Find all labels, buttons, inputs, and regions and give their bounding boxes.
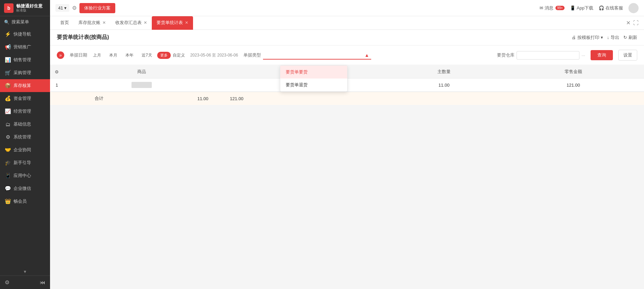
messages-action[interactable]: ✉ 消息 99+ (540, 5, 565, 11)
refresh-action[interactable]: ↻ 刷新 (623, 35, 637, 41)
this-year-btn[interactable]: 本年 (122, 51, 137, 60)
nav-item-guide[interactable]: 🎓 新手引导 (0, 156, 50, 169)
filter-expand-button[interactable]: » (57, 51, 64, 59)
last-7-days-btn[interactable]: 近7天 (139, 51, 155, 60)
member-icon: 👑 (5, 198, 11, 204)
search-menu-item[interactable]: 🔍 搜索菜单 (0, 16, 50, 28)
date-display: 2023-05-06 至 2023-06-06 (190, 52, 238, 58)
nav-item-marketing[interactable]: 📢 营销推广 (0, 41, 50, 53)
tab-fullscreen-icon[interactable]: ⛶ (633, 20, 639, 26)
collab-icon: 🤝 (5, 147, 11, 153)
query-button[interactable]: 查询 (591, 50, 613, 60)
topbar: 41 ▾ ⚙ 体验行业方案 ✉ 消息 99+ 📱 App下载 🎧 在线客服 (50, 0, 644, 16)
col-retail-amount: 零售金额 (503, 65, 644, 79)
nav-item-purchase[interactable]: 🛒 采购管理 (0, 66, 50, 79)
nav-list: ⚡ 快捷导航 📢 营销推广 📊 销售管理 🛒 采购管理 📦 库存核算 💰 资金管… (0, 28, 50, 268)
refresh-label: 刷新 (628, 35, 637, 41)
online-service-action[interactable]: 🎧 在线客服 (599, 5, 623, 11)
page-content: 要货单统计表(按商品) 🖨 按模板打印 ▾ ↓ 导出 ↻ 刷新 » (50, 30, 644, 289)
page-actions: 🖨 按模板打印 ▾ ↓ 导出 ↻ 刷新 (572, 35, 638, 41)
service-icon: 🎧 (599, 5, 604, 10)
app-download-icon: 📱 (570, 5, 575, 10)
type-select-input[interactable] (263, 51, 371, 60)
store-name: 41 (58, 5, 63, 10)
nav-item-apps[interactable]: 📱 应用中心 (0, 169, 50, 182)
col-settings[interactable]: ⚙ (50, 65, 64, 79)
business-icon: 📈 (5, 108, 11, 114)
nav-item-inventory[interactable]: 📦 库存核算 (0, 79, 50, 92)
tab-stock-summary-label: 收发存汇总表 (115, 20, 142, 26)
table-footer: 合计 11.00 121.00 (50, 92, 644, 105)
print-action[interactable]: 🖨 按模板打印 ▾ (572, 35, 603, 41)
print-label: 按模板打印 (577, 35, 599, 41)
tab-order-stats-label: 要货单统计表 (157, 20, 183, 26)
nav-item-collab[interactable]: 🤝 企业协同 (0, 143, 50, 156)
dropdown-item-order[interactable]: 要货单要货 (280, 66, 347, 79)
nav-item-business[interactable]: 📈 经营管理 (0, 105, 50, 118)
type-dropdown: 要货单要货 要货单退货 (280, 65, 348, 92)
settings-bottom-icon[interactable]: ⚙ (5, 279, 9, 286)
warehouse-filter-group: 要货仓库 ··· (497, 51, 585, 60)
app-download-label: App下载 (577, 5, 593, 11)
more-dates-btn[interactable]: 更多 (157, 52, 171, 59)
tab-close-order-stats[interactable]: ✕ (185, 20, 188, 25)
trial-button[interactable]: 体验行业方案 (79, 3, 115, 13)
nav-item-finance[interactable]: 💰 资金管理 (0, 92, 50, 105)
app-download-action[interactable]: 📱 App下载 (570, 5, 593, 11)
sidebar-scroll-down[interactable]: ▼ (0, 268, 50, 275)
print-icon: 🖨 (572, 35, 576, 40)
messages-badge: 99+ (555, 6, 565, 10)
nav-item-system[interactable]: ⚙ 系统管理 (0, 131, 50, 143)
this-month-btn[interactable]: 本月 (106, 51, 120, 60)
tabbar: 首页 库存批次账 ✕ 收发存汇总表 ✕ 要货单统计表 ✕ ✕ ⛶ (50, 16, 644, 30)
dropdown-item-return[interactable]: 要货单退货 (280, 79, 347, 91)
topbar-right: ✉ 消息 99+ 📱 App下载 🎧 在线客服 (540, 3, 639, 13)
tab-close-inventory-batch[interactable]: ✕ (102, 20, 106, 25)
warehouse-filter-label: 要货仓库 (497, 52, 515, 58)
footer-quantity-value: 11.00 (189, 96, 216, 101)
topbar-settings-icon[interactable]: ⚙ (72, 5, 77, 11)
col-quantity: 主数量 (385, 65, 503, 79)
export-label: 导出 (611, 35, 619, 41)
date-filter-label: 单据日期 (70, 52, 87, 58)
quick-icon: ⚡ (5, 31, 11, 37)
nav-item-sales[interactable]: 📊 销售管理 (0, 53, 50, 66)
store-selector[interactable]: 41 ▾ (55, 4, 69, 12)
collapse-icon[interactable]: ⏮ (40, 280, 45, 286)
apps-icon: 📱 (5, 173, 11, 179)
dropdown-arrow-icon: ▾ (64, 5, 67, 10)
nav-item-member[interactable]: 👑 畅会员 (0, 195, 50, 208)
settings-button[interactable]: 设置 (618, 50, 637, 61)
wechat-icon: 💬 (5, 185, 11, 192)
warehouse-input[interactable] (517, 51, 579, 60)
col-goods: 商品 (64, 65, 220, 79)
nav-item-quick[interactable]: ⚡ 快捷导航 (0, 28, 50, 41)
nav-item-basic[interactable]: 🗂 基础信息 (0, 118, 50, 131)
logo-text: 畅捷通好生意 标准版 (16, 3, 43, 13)
nav-item-wechat[interactable]: 💬 企业微信 (0, 182, 50, 195)
tab-close-stock-summary[interactable]: ✕ (144, 20, 147, 25)
search-icon: 🔍 (4, 20, 9, 25)
tab-order-stats[interactable]: 要货单统计表 ✕ (152, 16, 193, 30)
export-action[interactable]: ↓ 导出 (607, 35, 620, 41)
system-icon: ⚙ (5, 134, 11, 140)
cell-quantity: 11.00 (385, 79, 503, 92)
tab-inventory-batch[interactable]: 库存批次账 ✕ (74, 16, 111, 30)
warehouse-more-icon[interactable]: ··· (581, 53, 585, 58)
type-select-arrow-icon[interactable]: ▲ (364, 52, 369, 58)
tab-close-all-icon[interactable]: ✕ (626, 20, 630, 26)
finance-icon: 💰 (5, 95, 11, 102)
tab-stock-summary[interactable]: 收发存汇总表 ✕ (111, 16, 152, 30)
marketing-icon: 📢 (5, 44, 11, 50)
purchase-icon: 🛒 (5, 70, 11, 76)
tab-inventory-batch-label: 库存批次账 (78, 20, 100, 26)
custom-date-btn[interactable]: 自定义 (173, 52, 185, 58)
tab-controls: ✕ ⛶ (626, 20, 639, 26)
messages-icon: ✉ (540, 5, 543, 10)
cell-goods: 商品名称 (64, 79, 220, 92)
tab-home[interactable]: 首页 (55, 16, 74, 30)
sales-icon: 📊 (5, 57, 11, 63)
footer-label: 合计 (54, 95, 108, 102)
avatar[interactable] (628, 3, 639, 13)
last-month-btn[interactable]: 上月 (90, 51, 104, 60)
